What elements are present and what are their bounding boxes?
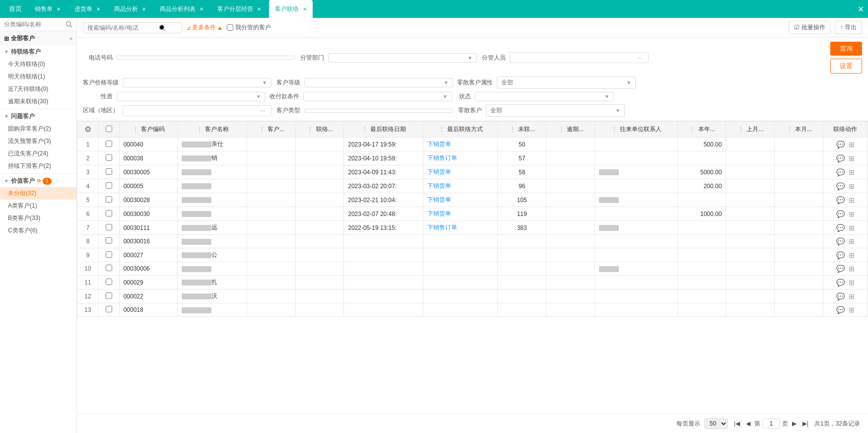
chat-icon[interactable]: 💬 <box>836 265 845 273</box>
chat-icon[interactable]: 💬 <box>836 224 845 232</box>
row-checkbox[interactable] <box>106 224 112 230</box>
check-all-checkbox[interactable] <box>106 126 112 132</box>
row-checkbox-cell[interactable] <box>99 235 120 248</box>
chat-icon[interactable]: 💬 <box>836 210 845 218</box>
value-group[interactable]: ▼ 价值客户 ⟳ ！ <box>0 175 76 187</box>
search-box[interactable] <box>83 22 182 33</box>
row-checkbox[interactable] <box>106 306 112 312</box>
grid-action-icon[interactable]: ⊞ <box>849 168 855 176</box>
sidebar-item-ungrouped[interactable]: 未分组(32) <box>0 187 76 200</box>
row-checkbox-cell[interactable] <box>99 165 120 179</box>
collapse-icon[interactable]: « <box>69 36 72 41</box>
row-checkbox-cell[interactable] <box>99 207 120 221</box>
person-select[interactable]: ··· <box>510 52 649 63</box>
chat-icon[interactable]: 💬 <box>836 141 845 148</box>
last-way-link[interactable]: 下销售订单 <box>427 224 457 231</box>
phone-input[interactable] <box>117 56 295 60</box>
grid-action-icon[interactable]: ⊞ <box>849 141 855 148</box>
nature-select[interactable]: ▼ <box>117 92 266 101</box>
nav-tab-goods-analysis[interactable]: 商品分析 ✕ <box>108 0 152 18</box>
row-checkbox[interactable] <box>106 141 112 147</box>
row-checkbox-cell[interactable] <box>99 248 120 262</box>
row-checkbox-cell[interactable] <box>99 262 120 276</box>
row-checkbox[interactable] <box>106 292 112 299</box>
row-checkbox-cell[interactable] <box>99 303 120 317</box>
chat-icon[interactable]: 💬 <box>836 182 845 190</box>
problem-group[interactable]: ▼ 问题客户 <box>0 110 76 123</box>
grid-action-icon[interactable]: ⊞ <box>849 251 855 259</box>
query-btn[interactable]: 查询 <box>830 42 862 56</box>
nav-tab-goods-analysis-list[interactable]: 商品分析列表 ✕ <box>154 0 209 18</box>
close-goods-analysis-tab[interactable]: ✕ <box>142 6 146 12</box>
chat-icon[interactable]: 💬 <box>836 251 845 259</box>
prev-page-btn[interactable]: ◀ <box>744 420 752 427</box>
grid-action-icon[interactable]: ⊞ <box>849 292 855 300</box>
grid-action-icon[interactable]: ⊞ <box>849 265 855 273</box>
nav-home[interactable]: 首页 <box>4 0 27 18</box>
grid-action-icon[interactable]: ⊞ <box>849 182 855 190</box>
row-checkbox-cell[interactable] <box>99 151 120 165</box>
sidebar-item-today-pending[interactable]: 今天待联络(0) <box>0 58 76 71</box>
chat-icon[interactable]: 💬 <box>836 292 845 300</box>
row-checkbox[interactable] <box>106 154 112 161</box>
nav-tab-customer-contact[interactable]: 客户联络 ✕ <box>269 0 313 18</box>
more-conditions-btn[interactable]: ⊿ 更多条件 ▲ <box>186 23 223 32</box>
row-checkbox[interactable] <box>106 279 112 285</box>
sidebar-item-class-c[interactable]: C类客户(6) <box>0 224 76 237</box>
sidebar-item-class-a[interactable]: A类客户(1) <box>0 200 76 212</box>
sidebar-item-fixed-abnormal[interactable]: 固购异常客户(2) <box>0 123 76 135</box>
dept-select[interactable]: ▼ <box>328 53 477 63</box>
page-num-input[interactable] <box>762 419 780 429</box>
last-way-link[interactable]: 下销货单 <box>427 210 451 217</box>
chat-icon[interactable]: 💬 <box>836 237 845 245</box>
payment-select[interactable]: ▼ <box>303 92 452 101</box>
sidebar-item-class-b[interactable]: B类客户(33) <box>0 212 76 224</box>
grid-action-icon[interactable]: ⊞ <box>849 306 855 314</box>
col-check-all[interactable] <box>99 122 120 138</box>
status-select[interactable]: ▼ <box>475 92 614 101</box>
chat-icon[interactable]: 💬 <box>836 154 845 162</box>
close-customer-mgmt-tab[interactable]: ✕ <box>257 6 261 12</box>
row-checkbox[interactable] <box>106 237 112 244</box>
chat-icon[interactable]: 💬 <box>836 196 845 204</box>
all-customers-header[interactable]: ⊞ 全部客户 « <box>0 31 76 46</box>
region-select[interactable]: ··· <box>123 105 271 116</box>
sidebar-item-tomorrow-pending[interactable]: 明天待联络(1) <box>0 71 76 83</box>
row-checkbox[interactable] <box>106 182 112 189</box>
last-way-link[interactable]: 下销货单 <box>427 196 451 203</box>
page-size-select[interactable]: 50 <box>704 418 728 429</box>
sidebar-item-churned[interactable]: 已流失客户(24) <box>0 147 76 160</box>
my-customers-checkbox[interactable] <box>227 24 233 31</box>
nav-tab-customer-mgmt[interactable]: 客户分层经营 ✕ <box>211 0 267 18</box>
pending-group[interactable]: ▼ 待联络客户 <box>0 46 76 58</box>
export-btn[interactable]: ↑ 导出 <box>835 21 862 34</box>
last-page-btn[interactable]: ▶| <box>801 420 810 427</box>
close-customer-contact-tab[interactable]: ✕ <box>303 6 307 12</box>
grid-action-icon[interactable]: ⊞ <box>849 279 855 287</box>
row-checkbox[interactable] <box>106 196 112 203</box>
last-way-link[interactable]: 下销货单 <box>427 168 451 175</box>
chat-icon[interactable]: 💬 <box>836 306 845 314</box>
row-checkbox-cell[interactable] <box>99 276 120 289</box>
settings-icon[interactable]: ⚙ <box>84 125 91 134</box>
close-sales-tab[interactable]: ✕ <box>57 6 61 12</box>
nav-tab-sales[interactable]: 销售单 ✕ <box>29 0 67 18</box>
nav-tab-purchase[interactable]: 进货单 ✕ <box>68 0 106 18</box>
grid-action-icon[interactable]: ⊞ <box>849 224 855 232</box>
region-more-icon[interactable]: ··· <box>258 107 267 114</box>
next-page-btn[interactable]: ▶ <box>790 420 799 427</box>
row-checkbox[interactable] <box>106 168 112 175</box>
chat-icon[interactable]: 💬 <box>836 168 845 176</box>
my-customers-filter[interactable]: 我分管的客户 <box>227 23 271 32</box>
close-all-btn[interactable]: ✕ <box>858 4 864 14</box>
zero-attr-select[interactable]: 全部 ▼ <box>497 76 636 89</box>
customer-grade-select[interactable]: ▼ <box>304 78 453 87</box>
sidebar-item-overdue[interactable]: 逾期未联络(30) <box>0 95 76 108</box>
first-page-btn[interactable]: |◀ <box>732 420 742 427</box>
customer-type-select[interactable] <box>304 109 453 113</box>
grid-action-icon[interactable]: ⊞ <box>849 237 855 245</box>
row-checkbox-cell[interactable] <box>99 193 120 207</box>
grid-action-icon[interactable]: ⊞ <box>849 196 855 204</box>
price-grade-select[interactable]: ▼ <box>123 78 271 87</box>
row-checkbox[interactable] <box>106 210 112 216</box>
